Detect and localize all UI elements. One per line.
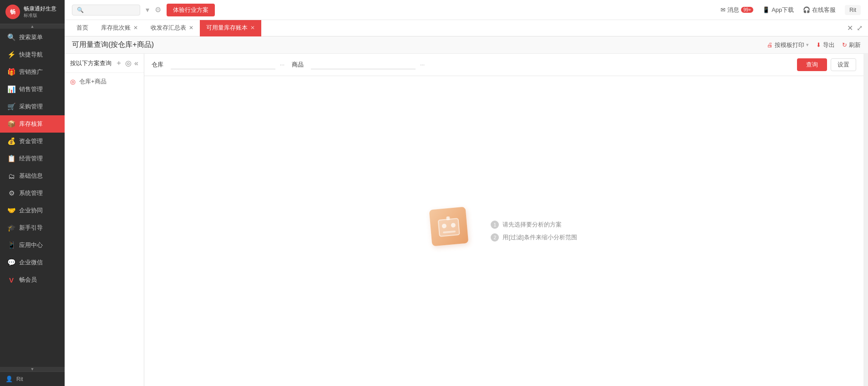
topbar: 🔍 ▾ ⚙ 体验行业方案 ✉ 消息 99+ 📱 App下载 🎧 在线客服 Rit bbox=[65, 0, 868, 20]
scheme-panel: 按以下方案查询 ＋ ◎ « ◎ 仓库+商品 bbox=[65, 54, 144, 386]
tab-close-available[interactable]: ✕ bbox=[250, 25, 255, 31]
sidebar-item-operations[interactable]: 📋 经营管理 bbox=[0, 150, 65, 167]
topbar-right: ✉ 消息 99+ 📱 App下载 🎧 在线客服 Rit bbox=[721, 5, 861, 15]
svg-rect-0 bbox=[438, 218, 460, 237]
empty-state: 1 请先选择要分析的方案 2 用[过滤]条件来缩小分析范围 bbox=[431, 208, 577, 254]
sidebar-nav: 🔍 搜索菜单 ⚡ 快捷导航 🎁 营销推广 📊 销售管理 🛒 采购管理 📦 库存核… bbox=[0, 29, 65, 367]
tab-window-controls: ✕ ⤢ bbox=[847, 24, 863, 32]
tab-close-receive[interactable]: ✕ bbox=[189, 25, 193, 31]
scheme-collapse-icon[interactable]: « bbox=[134, 59, 138, 67]
sidebar-item-finance[interactable]: 💰 资金管理 bbox=[0, 133, 65, 150]
query-button[interactable]: 查询 bbox=[797, 58, 827, 71]
right-scrollbar[interactable] bbox=[863, 54, 868, 386]
finance-icon: 💰 bbox=[7, 137, 15, 145]
print-dropdown-icon[interactable]: ▾ bbox=[806, 42, 809, 48]
tab-close-window-icon[interactable]: ✕ bbox=[847, 24, 853, 32]
sidebar-scroll-down[interactable]: ▼ bbox=[0, 367, 65, 371]
content-area: 按以下方案查询 ＋ ◎ « ◎ 仓库+商品 仓库 ··· bbox=[65, 54, 868, 386]
print-btn[interactable]: 🖨 按模板打印 ▾ bbox=[767, 41, 809, 49]
purchase-icon: 🛒 bbox=[7, 103, 15, 111]
tab-batch-account[interactable]: 库存批次账 ✕ bbox=[95, 20, 144, 36]
sidebar: 畅 畅康通好生意 标准版 ▲ 🔍 搜索菜单 ⚡ 快捷导航 🎁 营销推广 📊 销售… bbox=[0, 0, 65, 386]
sidebar-item-basic-info[interactable]: 🗂 基础信息 bbox=[0, 167, 65, 185]
industry-btn[interactable]: 体验行业方案 bbox=[167, 4, 215, 16]
wechat-icon: 💬 bbox=[7, 258, 15, 267]
sidebar-item-inventory[interactable]: 📦 库存核算 bbox=[0, 115, 65, 133]
member-icon: V bbox=[7, 276, 15, 284]
message-icon: ✉ bbox=[721, 6, 726, 13]
warehouse-more-btn[interactable]: ··· bbox=[280, 62, 284, 68]
sidebar-item-wechat[interactable]: 💬 企业微信 bbox=[0, 254, 65, 271]
scheme-add-icon[interactable]: ＋ bbox=[115, 58, 122, 68]
warehouse-input[interactable] bbox=[171, 60, 275, 69]
scheme-header-actions: ＋ ◎ « bbox=[115, 58, 138, 68]
print-icon: 🖨 bbox=[767, 41, 773, 48]
export-icon: ⬇ bbox=[816, 41, 821, 48]
tab-receive-summary[interactable]: 收发存汇总表 ✕ bbox=[144, 20, 200, 36]
page-title-bar: 可用量查询(按仓库+商品) 🖨 按模板打印 ▾ ⬇ 导出 ↻ 刷新 bbox=[65, 36, 868, 54]
goods-more-btn[interactable]: ··· bbox=[420, 62, 425, 68]
message-btn[interactable]: ✉ 消息 99+ bbox=[721, 6, 753, 14]
sidebar-item-sales[interactable]: 📊 销售管理 bbox=[0, 81, 65, 98]
robot-svg bbox=[434, 211, 464, 241]
inventory-icon: 📦 bbox=[7, 120, 15, 128]
online-service-btn[interactable]: 🎧 在线客服 bbox=[803, 6, 836, 14]
filter-actions: 查询 设置 bbox=[797, 58, 856, 71]
sidebar-item-system[interactable]: ⚙ 系统管理 bbox=[0, 185, 65, 202]
sidebar-item-enterprise[interactable]: 🤝 企业协同 bbox=[0, 202, 65, 219]
refresh-btn[interactable]: ↻ 刷新 bbox=[842, 41, 861, 49]
sidebar-item-guide[interactable]: 🎓 新手引导 bbox=[0, 219, 65, 237]
topbar-left: 🔍 ▾ ⚙ 体验行业方案 bbox=[72, 4, 215, 16]
filter-bar: 仓库 ··· 商品 ··· 查询 设置 bbox=[144, 54, 863, 76]
operations-icon: 📋 bbox=[7, 154, 15, 163]
hint-item-1: 1 请先选择要分析的方案 bbox=[491, 221, 577, 229]
right-panel: 仓库 ··· 商品 ··· 查询 设置 bbox=[144, 54, 863, 386]
svg-line-5 bbox=[448, 216, 448, 219]
goods-input[interactable] bbox=[311, 60, 416, 69]
empty-illustration bbox=[431, 208, 476, 254]
sidebar-footer[interactable]: 👤 Rit bbox=[0, 371, 65, 386]
sidebar-item-quick-nav[interactable]: ⚡ 快捷导航 bbox=[0, 46, 65, 63]
scheme-item-warehouse-goods[interactable]: ◎ 仓库+商品 bbox=[65, 73, 144, 90]
sidebar-item-app-center[interactable]: 📱 应用中心 bbox=[0, 237, 65, 254]
tab-available-ledger[interactable]: 可用量库存账本 ✕ bbox=[200, 20, 261, 36]
sidebar-scroll-up[interactable]: ▲ bbox=[0, 24, 65, 29]
sidebar-logo: 畅 bbox=[5, 5, 20, 19]
empty-hints: 1 请先选择要分析的方案 2 用[过滤]条件来缩小分析范围 bbox=[491, 221, 577, 242]
page-actions: 🖨 按模板打印 ▾ ⬇ 导出 ↻ 刷新 bbox=[767, 41, 861, 49]
app-center-icon: 📱 bbox=[7, 241, 15, 249]
sidebar-item-search[interactable]: 🔍 搜索菜单 bbox=[0, 29, 65, 46]
sidebar-brand: 畅康通好生意 标准版 bbox=[24, 5, 56, 19]
sales-icon: 📊 bbox=[7, 85, 15, 93]
warehouse-goods-icon: ◎ bbox=[70, 78, 76, 85]
hint-num-2: 2 bbox=[491, 233, 499, 242]
settings-button[interactable]: 设置 bbox=[831, 58, 856, 71]
scheme-settings-icon[interactable]: ◎ bbox=[125, 59, 132, 67]
phone-icon: 📱 bbox=[762, 6, 770, 13]
marketing-icon: 🎁 bbox=[7, 68, 15, 76]
sidebar-item-marketing[interactable]: 🎁 营销推广 bbox=[0, 63, 65, 81]
sidebar-item-purchase[interactable]: 🛒 采购管理 bbox=[0, 98, 65, 115]
user-info[interactable]: Rit bbox=[845, 5, 861, 15]
app-download-btn[interactable]: 📱 App下载 bbox=[762, 6, 794, 14]
empty-box-icon bbox=[429, 207, 469, 247]
tab-close-batch[interactable]: ✕ bbox=[133, 25, 138, 31]
topbar-search-box[interactable]: 🔍 bbox=[72, 5, 140, 15]
topbar-gear-icon[interactable]: ⚙ bbox=[155, 5, 161, 14]
page-title: 可用量查询(按仓库+商品) bbox=[72, 40, 154, 50]
warehouse-filter-label: 仓库 bbox=[152, 61, 163, 69]
goods-filter-label: 商品 bbox=[292, 61, 304, 69]
goods-input-group: ··· bbox=[311, 60, 425, 69]
enterprise-icon: 🤝 bbox=[7, 206, 15, 215]
basic-info-icon: 🗂 bbox=[7, 172, 15, 180]
sidebar-item-member[interactable]: V 畅会员 bbox=[0, 271, 65, 288]
system-icon: ⚙ bbox=[7, 189, 15, 197]
tabs-bar: 首页 库存批次账 ✕ 收发存汇总表 ✕ 可用量库存账本 ✕ ✕ ⤢ bbox=[65, 20, 868, 36]
topbar-dropdown-icon[interactable]: ▾ bbox=[146, 5, 149, 14]
main-area: 🔍 ▾ ⚙ 体验行业方案 ✉ 消息 99+ 📱 App下载 🎧 在线客服 Rit bbox=[65, 0, 868, 386]
tab-home[interactable]: 首页 bbox=[70, 20, 95, 36]
search-nav-icon: 🔍 bbox=[7, 33, 15, 41]
tab-expand-icon[interactable]: ⤢ bbox=[857, 24, 863, 32]
topbar-search-icon: 🔍 bbox=[77, 7, 84, 13]
export-btn[interactable]: ⬇ 导出 bbox=[816, 41, 835, 49]
